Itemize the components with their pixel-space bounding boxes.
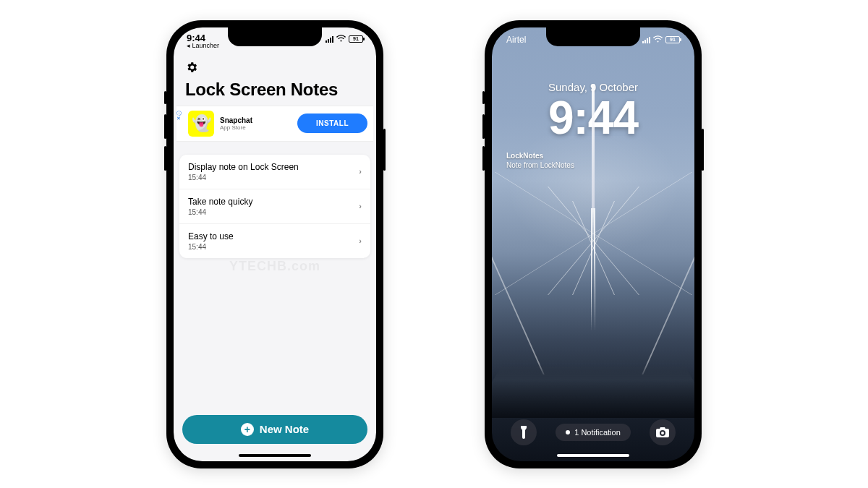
install-button[interactable]: INSTALL — [297, 114, 367, 133]
back-to-app[interactable]: ◂ Launcher — [187, 43, 219, 49]
signal-icon — [326, 35, 333, 43]
status-right: 91 — [326, 35, 363, 43]
side-button — [164, 114, 166, 139]
side-button — [482, 146, 485, 171]
wallpaper-bridge-deck — [492, 343, 694, 417]
note-time: 15:44 — [188, 208, 252, 216]
side-button — [482, 114, 485, 139]
notification-label: 1 Notification — [574, 428, 621, 437]
notes-list: Display note on Lock Screen 15:44 › Take… — [179, 155, 370, 258]
signal-icon — [642, 36, 650, 43]
wallpaper-bridge-pylon — [591, 208, 595, 331]
battery-icon: 91 — [349, 35, 363, 43]
dot-icon — [566, 430, 570, 435]
wifi-icon — [336, 35, 346, 43]
home-indicator[interactable] — [239, 454, 311, 457]
new-note-button[interactable]: + New Note — [182, 415, 367, 444]
notch — [228, 27, 322, 46]
side-button — [164, 146, 166, 171]
side-button — [702, 129, 704, 171]
page-title: Lock Screen Notes — [174, 78, 376, 106]
notch — [546, 27, 640, 46]
flashlight-button[interactable] — [511, 419, 537, 445]
phone-mockup-lockscreen: Airtel 91 Sunday, 9 October 9:44 LockNot… — [485, 20, 702, 468]
home-indicator[interactable] — [557, 454, 629, 457]
battery-icon: 91 — [665, 36, 680, 43]
chevron-right-icon: › — [359, 202, 362, 210]
status-time: 9:44 — [187, 33, 219, 43]
side-button — [482, 91, 485, 104]
note-row[interactable]: Take note quicky 15:44 › — [179, 189, 370, 224]
chevron-right-icon: › — [359, 236, 362, 245]
side-button — [383, 129, 386, 171]
ad-app-name: Snapchat — [220, 116, 292, 124]
phone-mockup-app: 9:44 ◂ Launcher 91 Lock Screen Notes ⓘ✕ … — [166, 20, 383, 468]
note-title: Easy to use — [188, 231, 234, 241]
snapchat-icon: 👻 — [188, 111, 214, 137]
ad-markers: ⓘ✕ — [176, 111, 182, 121]
ad-store-label: App Store — [220, 124, 292, 131]
settings-button[interactable] — [174, 58, 376, 78]
gear-icon — [185, 61, 198, 74]
note-time: 15:44 — [188, 243, 234, 251]
carrier-label: Airtel — [506, 35, 526, 45]
watermark: YTECHB.com — [229, 258, 320, 273]
chevron-right-icon: › — [359, 167, 362, 176]
plus-circle-icon: + — [241, 423, 254, 436]
note-time: 15:44 — [188, 174, 299, 181]
camera-button[interactable] — [650, 419, 676, 445]
side-button — [164, 91, 166, 104]
flashlight-icon — [519, 426, 529, 439]
note-title: Display note on Lock Screen — [188, 162, 299, 172]
notification-pill[interactable]: 1 Notification — [556, 424, 631, 441]
camera-icon — [656, 427, 669, 437]
wifi-icon — [653, 35, 663, 45]
note-row[interactable]: Easy to use 15:44 › — [179, 224, 370, 258]
new-note-label: New Note — [260, 423, 309, 435]
ad-banner[interactable]: ⓘ✕ 👻 Snapchat App Store INSTALL — [176, 106, 373, 142]
note-row[interactable]: Display note on Lock Screen 15:44 › — [179, 155, 370, 189]
note-title: Take note quicky — [188, 197, 252, 207]
